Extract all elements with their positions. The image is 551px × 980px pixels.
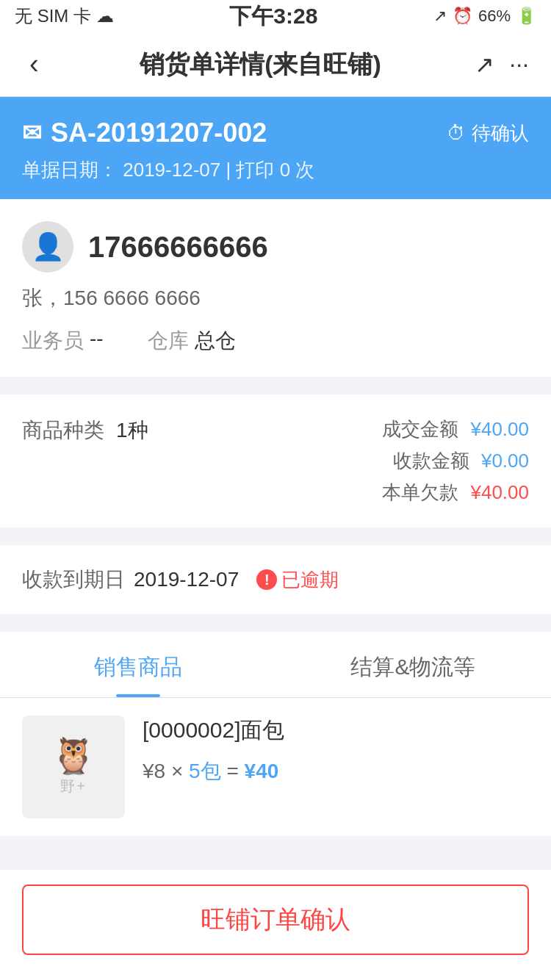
- customer-top: 👤 17666666666: [22, 221, 529, 273]
- product-image: 🦉 野+: [22, 716, 125, 818]
- product-total: ¥40: [245, 760, 279, 782]
- tabs: 销售商品 结算&物流等: [0, 632, 551, 698]
- tab-sales-products-label: 销售商品: [94, 655, 182, 679]
- due-date-card: 收款到期日 2019-12-07 ! 已逾期: [0, 545, 551, 614]
- order-status-text: 待确认: [472, 120, 529, 146]
- battery-icon: 🔋: [516, 7, 536, 26]
- received-label: 收款金额: [393, 448, 469, 474]
- status-bar: 无 SIM 卡 ☁ 下午3:28 ↗ ⏰ 66% 🔋: [0, 0, 551, 32]
- sim-status: 无 SIM 卡 ☁: [15, 4, 114, 28]
- battery-status: 66%: [478, 7, 511, 26]
- order-print-info: | 打印 0 次: [226, 159, 314, 181]
- salesperson-label: 业务员: [22, 327, 84, 355]
- separator-2: [0, 536, 551, 545]
- due-date-label: 收款到期日: [22, 566, 125, 594]
- amounts-section: 成交金额 ¥40.00 收款金额 ¥0.00 本单欠款 ¥40.00: [382, 417, 529, 505]
- separator-1: [0, 386, 551, 394]
- page-title: 销货单详情(来自旺铺): [140, 48, 381, 82]
- alarm-icon: ⏰: [453, 7, 472, 26]
- bottom-bar: 旺铺订单确认: [0, 870, 551, 980]
- product-equals-sign: =: [226, 760, 244, 782]
- share-button[interactable]: ↗: [475, 51, 494, 79]
- overdue-icon: !: [256, 569, 277, 590]
- due-date-value: 2019-12-07: [134, 568, 239, 591]
- status-time: 下午3:28: [229, 1, 317, 32]
- order-status: ⏱ 待确认: [447, 120, 529, 146]
- product-unit-price: ¥8: [143, 760, 165, 782]
- summary-card: 商品种类 1种 成交金额 ¥40.00 收款金额 ¥0.00 本单欠款 ¥40.…: [0, 394, 551, 527]
- product-logo-text: 野+: [60, 777, 87, 796]
- tab-settlement[interactable]: 结算&物流等: [276, 632, 551, 697]
- order-header-top: ✉ SA-20191207-002 ⏱ 待确认: [22, 118, 529, 148]
- order-date: 单据日期： 2019-12-07 | 打印 0 次: [22, 157, 529, 183]
- customer-phone: 17666666666: [88, 231, 268, 264]
- avatar-icon: 👤: [32, 231, 65, 262]
- nav-bar: ‹ 销货单详情(来自旺铺) ↗ ···: [0, 32, 551, 97]
- confirm-order-button[interactable]: 旺铺订单确认: [22, 884, 529, 955]
- customer-avatar: 👤: [22, 221, 73, 273]
- overdue-badge: ! 已逾期: [256, 567, 339, 593]
- product-info: [0000002]面包 ¥8 × 5包 = ¥40: [143, 716, 529, 785]
- salesperson-field: 业务员 --: [22, 327, 104, 355]
- product-item: 🦉 野+ [0000002]面包 ¥8 × 5包 = ¥40: [0, 698, 551, 836]
- order-id: ✉ SA-20191207-002: [22, 118, 267, 148]
- tabs-container: 销售商品 结算&物流等 🦉 野+ [0000002]面包 ¥8 × 5包 = ¥…: [0, 632, 551, 836]
- overdue-text: 已逾期: [281, 567, 339, 593]
- order-date-value: 2019-12-07: [123, 159, 220, 181]
- location-icon: ↗: [433, 7, 447, 26]
- back-button[interactable]: ‹: [22, 41, 46, 87]
- customer-card: 👤 17666666666 张，156 6666 6666 业务员 -- 仓库 …: [0, 199, 551, 377]
- status-clock-icon: ⏱: [447, 122, 466, 145]
- customer-meta: 业务员 -- 仓库 总仓: [22, 327, 529, 355]
- order-icon: ✉: [22, 119, 42, 147]
- amount-label: 成交金额: [382, 417, 458, 442]
- debt-label: 本单欠款: [382, 480, 458, 505]
- product-name: [0000002]面包: [143, 716, 529, 746]
- amount-value: ¥40.00: [470, 418, 529, 441]
- product-type-value: 1种: [116, 417, 148, 444]
- product-type-field: 商品种类 1种: [22, 417, 148, 444]
- received-row: 收款金额 ¥0.00: [393, 448, 529, 474]
- salesperson-value: --: [90, 327, 104, 355]
- product-multiply-sign: ×: [171, 760, 189, 782]
- debt-value: ¥40.00: [470, 481, 529, 504]
- order-header: ✉ SA-20191207-002 ⏱ 待确认 单据日期： 2019-12-07…: [0, 97, 551, 199]
- debt-row: 本单欠款 ¥40.00: [382, 480, 529, 505]
- product-type-label: 商品种类: [22, 417, 104, 444]
- order-id-text: SA-20191207-002: [51, 118, 267, 148]
- status-left: 无 SIM 卡 ☁: [15, 4, 114, 28]
- tab-settlement-label: 结算&物流等: [350, 655, 475, 679]
- warehouse-field: 仓库 总仓: [148, 327, 236, 355]
- tab-sales-products[interactable]: 销售商品: [0, 632, 276, 697]
- warehouse-value: 总仓: [195, 327, 236, 355]
- product-logo-owl: 🦉: [51, 738, 96, 774]
- order-date-label: 单据日期：: [22, 159, 118, 181]
- more-button[interactable]: ···: [509, 51, 529, 78]
- separator-3: [0, 623, 551, 632]
- product-price: ¥8 × 5包 = ¥40: [143, 757, 529, 785]
- product-image-inner: 🦉 野+: [51, 738, 96, 796]
- amount-row: 成交金额 ¥40.00: [382, 417, 529, 442]
- customer-name: 张，156 6666 6666: [22, 284, 529, 312]
- product-quantity: 5包: [189, 760, 221, 782]
- status-right: ↗ ⏰ 66% 🔋: [433, 7, 536, 26]
- received-value: ¥0.00: [481, 450, 529, 472]
- nav-actions: ↗ ···: [475, 51, 529, 79]
- warehouse-label: 仓库: [148, 327, 189, 355]
